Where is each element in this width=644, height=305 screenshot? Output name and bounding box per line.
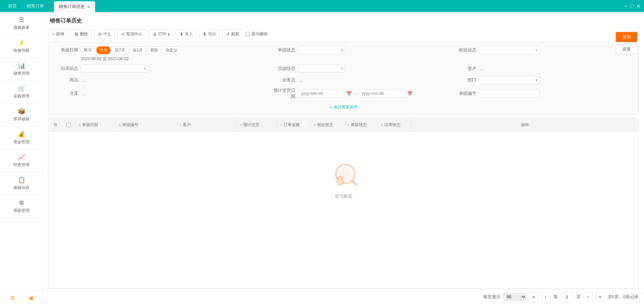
- sidebar-item-sales-label: 销售管理: [13, 71, 30, 76]
- sales-icon: 📊: [18, 62, 25, 69]
- new-icon: +: [52, 32, 55, 37]
- tab-home-label: 首页: [8, 3, 17, 9]
- sidebar-item-finance[interactable]: 💰 资金管理: [0, 126, 43, 149]
- sort-amount-icon[interactable]: ⇅: [280, 123, 283, 127]
- stop-button[interactable]: ⊘ 中止: [94, 29, 115, 39]
- sidebar-item-search[interactable]: ☰ 搜索菜单: [0, 12, 43, 35]
- customer-label: 客户: [452, 66, 479, 72]
- sort-delivery-icon[interactable]: ⇅: [240, 123, 242, 127]
- salesperson-ellipsis[interactable]: ...: [298, 77, 305, 83]
- tab-sales-order-close[interactable]: ✕: [46, 4, 49, 8]
- delete-label: 删除: [80, 31, 88, 37]
- refresh-button[interactable]: ↺ 刷新: [222, 29, 243, 39]
- tab-sales-order[interactable]: 销售订单 ✕: [22, 0, 54, 12]
- order-no-col: 单据编号: [452, 89, 633, 98]
- date-1month[interactable]: 近1月: [130, 46, 146, 54]
- collapse-sidebar-icon[interactable]: ◀: [28, 294, 33, 302]
- sidebar-item-basic-info-label: 基础信息: [13, 185, 30, 191]
- customer-ellipsis[interactable]: ...: [479, 66, 486, 71]
- complete-select[interactable]: [298, 65, 345, 73]
- page-label-pre: 第: [553, 294, 558, 300]
- cancel-stop-button[interactable]: ↩ 取消中止: [118, 29, 146, 39]
- order-no-input[interactable]: [479, 89, 540, 98]
- th-settings[interactable]: ⚙: [49, 118, 62, 131]
- calendar-from-icon[interactable]: 📅: [346, 91, 352, 96]
- calendar-to-icon[interactable]: 📅: [407, 91, 413, 96]
- sidebar-item-system[interactable]: ⚙ 系统管理: [0, 195, 43, 218]
- delivery-date-label: 预计交货日期: [271, 87, 298, 100]
- filter-area: 单据日期 昨天 今天 近7天 近1月 更多 自定义 单据状态: [48, 42, 639, 114]
- sidebar-item-basic-info[interactable]: 📋 基础信息: [0, 172, 43, 195]
- close-window-icon[interactable]: ✕: [636, 3, 641, 9]
- minimize-icon[interactable]: ─: [624, 3, 628, 9]
- sidebar-item-operations[interactable]: 📈 经营管理: [0, 149, 43, 172]
- warehouse-ellipsis[interactable]: ...: [81, 91, 88, 96]
- page-size-label: 每页显示: [483, 294, 501, 300]
- page-size-wrapper: 20 50 100: [503, 293, 526, 301]
- stock-out-value: [81, 65, 271, 73]
- prev-page-button[interactable]: ‹: [541, 292, 551, 302]
- purchase-icon: 🛒: [18, 85, 25, 92]
- th-check[interactable]: [62, 118, 76, 131]
- next-page-button[interactable]: ›: [584, 292, 593, 302]
- import-label: 导入: [185, 31, 193, 37]
- sort-customer-icon[interactable]: ⇅: [179, 123, 182, 127]
- new-button[interactable]: + 新增: [48, 29, 68, 39]
- order-status-select[interactable]: [298, 46, 345, 54]
- settings-button[interactable]: 设置: [616, 44, 637, 54]
- sort-receipt-icon[interactable]: ⇅: [313, 123, 316, 127]
- sort-order-icon[interactable]: ⇅: [347, 123, 350, 127]
- first-page-button[interactable]: «: [529, 292, 539, 302]
- receipt-status-select[interactable]: [479, 46, 540, 54]
- date-more[interactable]: 更多: [147, 46, 161, 54]
- sidebar: ☰ 搜索菜单 ⚡ 快捷导航 📊 销售管理 🛒 采购管理 📦 库存核算 💰 资金管…: [0, 12, 43, 305]
- goods-value: ...: [81, 77, 271, 83]
- date-today[interactable]: 今天: [96, 46, 111, 54]
- display-columns-checkbox[interactable]: 显示碾细: [246, 31, 267, 37]
- sidebar-item-sales[interactable]: 📊 销售管理: [0, 58, 43, 81]
- last-page-button[interactable]: »: [596, 292, 605, 302]
- print-dropdown-icon: ▾: [168, 32, 170, 37]
- tab-sales-history-close[interactable]: ✕: [87, 5, 90, 9]
- export-button[interactable]: ⬆ 导出: [199, 29, 220, 39]
- delivery-date-to[interactable]: [359, 89, 406, 98]
- dept-select[interactable]: [479, 76, 540, 84]
- display-columns-input[interactable]: [246, 32, 250, 36]
- delivery-date-from[interactable]: [298, 89, 345, 98]
- svg-point-4: [338, 180, 343, 184]
- filter-row-2: 出库状态 完成状态: [54, 65, 633, 73]
- collapse-button[interactable]: ∧ 收起更多条件: [329, 104, 358, 110]
- tab-sales-history[interactable]: 销售订单历史 ✕: [54, 1, 95, 12]
- empty-area: 暂无数据: [49, 132, 638, 226]
- export-label: 导出: [208, 31, 216, 37]
- new-label: 新增: [56, 31, 64, 37]
- date-custom[interactable]: 自定义: [163, 46, 181, 54]
- date-yesterday[interactable]: 昨天: [81, 46, 95, 54]
- settings-bottom-icon[interactable]: ⚙: [10, 294, 15, 302]
- date-7days[interactable]: 近7天: [112, 46, 128, 54]
- query-button[interactable]: 查询: [616, 32, 637, 42]
- goods-ellipsis[interactable]: ...: [81, 77, 88, 83]
- sidebar-item-inventory[interactable]: 📦 库存核算: [0, 104, 43, 126]
- query-button-area: 查询 设置: [616, 32, 637, 54]
- stock-out-select[interactable]: [81, 65, 148, 73]
- select-all-checkbox[interactable]: [67, 123, 71, 127]
- sidebar-item-quick-nav[interactable]: ⚡ 快捷导航: [0, 35, 43, 58]
- sidebar-item-purchase[interactable]: 🛒 采购管理: [0, 81, 43, 104]
- toolbar: + 新增 🗑 删除 ⊘ 中止 ↩ 取消中止 🖨 打印 ▾ ⬇ 导: [43, 28, 644, 42]
- page-number-input[interactable]: [560, 292, 574, 302]
- maximize-icon[interactable]: □: [630, 3, 634, 9]
- import-button[interactable]: ⬇ 导入: [176, 29, 197, 39]
- sort-date-icon[interactable]: ⇅: [78, 123, 81, 127]
- svg-line-2: [352, 180, 356, 185]
- receipt-status-label: 收款状态: [452, 47, 479, 53]
- receipt-status-wrapper: [479, 46, 540, 54]
- sort-no-icon[interactable]: ⇅: [119, 123, 121, 127]
- sort-stock-icon[interactable]: ⇅: [381, 123, 383, 127]
- delete-button[interactable]: 🗑 删除: [71, 29, 92, 39]
- tab-home[interactable]: 首页: [3, 0, 22, 12]
- print-button[interactable]: 🖨 打印 ▾: [149, 29, 173, 39]
- export-icon: ⬆: [203, 32, 207, 37]
- page-size-select[interactable]: 20 50 100: [503, 293, 526, 301]
- th-date: ⇅ 单据日期: [76, 118, 116, 131]
